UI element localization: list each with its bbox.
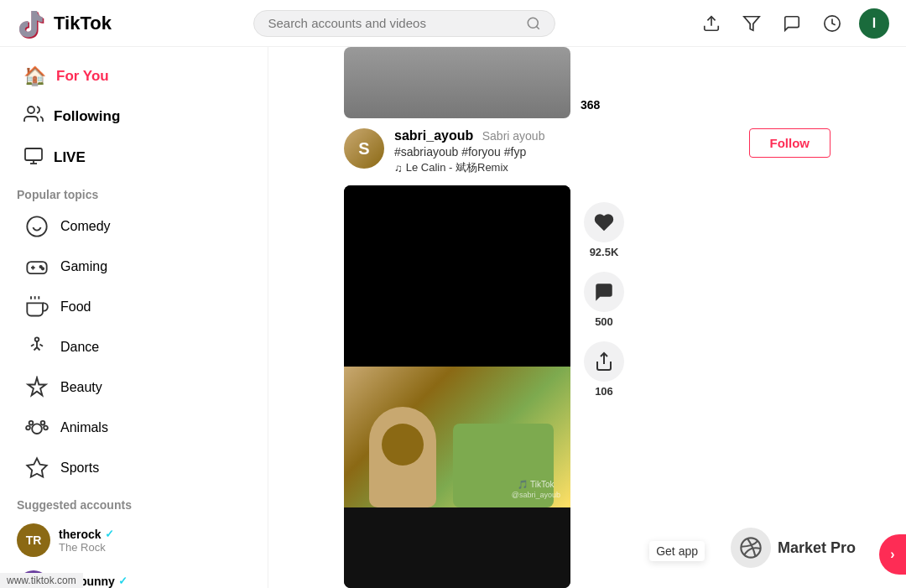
partial-count: 368 bbox=[581, 98, 600, 112]
sidebar: 🏠 For You Following bbox=[0, 47, 268, 588]
header: TikTok bbox=[0, 0, 906, 47]
follow-button[interactable]: Follow bbox=[749, 128, 831, 158]
therock-verified: ✓ bbox=[105, 528, 114, 540]
video-bottom bbox=[344, 507, 570, 588]
market-pro-label: Market Pro bbox=[778, 539, 856, 557]
animals-icon bbox=[23, 414, 50, 441]
video-top bbox=[344, 185, 570, 367]
watermark-brand: 🎵 TikTok bbox=[518, 480, 554, 489]
partial-video-thumb bbox=[344, 47, 570, 118]
svg-point-5 bbox=[28, 107, 34, 113]
svg-point-23 bbox=[44, 426, 48, 430]
share-count: 106 bbox=[595, 385, 613, 398]
gaming-icon bbox=[23, 253, 50, 280]
food-icon bbox=[23, 294, 50, 320]
like-button[interactable]: 92.5K bbox=[584, 202, 624, 258]
comment-count: 500 bbox=[595, 315, 613, 328]
suggested-accounts-title: Suggested accounts bbox=[0, 488, 268, 517]
post-tags: #sabriayoub #foryou #fyp bbox=[394, 145, 739, 159]
svg-point-14 bbox=[42, 268, 44, 269]
logo-text: TikTok bbox=[54, 13, 112, 34]
header-icons: I bbox=[698, 8, 889, 39]
svg-marker-3 bbox=[744, 16, 759, 30]
feed: 368 S sabri_ayoub Sabri ayoub #sabriayo bbox=[336, 47, 839, 588]
live-icon bbox=[23, 146, 44, 169]
food-label: Food bbox=[60, 299, 91, 315]
video-watermark: 🎵 TikTok @sabri_ayoub bbox=[512, 480, 560, 499]
messages-icon[interactable] bbox=[778, 10, 805, 37]
account-therock[interactable]: TR therock ✓ The Rock bbox=[0, 517, 268, 564]
topic-comedy[interactable]: Comedy bbox=[7, 206, 261, 247]
sports-label: Sports bbox=[60, 461, 99, 476]
live-label: LIVE bbox=[54, 149, 86, 166]
search-bar[interactable] bbox=[253, 10, 555, 37]
svg-point-20 bbox=[29, 421, 34, 425]
dance-label: Dance bbox=[60, 340, 99, 355]
following-label: Following bbox=[54, 108, 120, 125]
svg-line-1 bbox=[537, 26, 539, 29]
topic-gaming[interactable]: Gaming bbox=[7, 247, 261, 287]
sports-icon bbox=[23, 455, 50, 481]
avatar[interactable]: I bbox=[859, 8, 889, 39]
svg-point-22 bbox=[26, 426, 30, 430]
upload-icon[interactable] bbox=[698, 10, 725, 37]
sidebar-item-following[interactable]: Following bbox=[7, 96, 261, 138]
topic-dance[interactable]: Dance bbox=[7, 327, 261, 367]
post-avatar[interactable]: S bbox=[344, 128, 384, 169]
share-icon bbox=[584, 341, 624, 382]
filter-icon[interactable] bbox=[738, 10, 765, 37]
clock-icon[interactable] bbox=[819, 10, 846, 37]
therock-username: therock ✓ bbox=[59, 528, 114, 541]
svg-point-13 bbox=[40, 266, 42, 268]
svg-point-19 bbox=[32, 424, 42, 434]
svg-marker-24 bbox=[27, 458, 46, 476]
search-input[interactable] bbox=[268, 16, 526, 30]
market-pro-icon bbox=[731, 528, 771, 568]
home-icon: 🏠 bbox=[23, 65, 46, 87]
logo[interactable]: TikTok bbox=[17, 8, 112, 39]
beauty-icon bbox=[23, 374, 50, 401]
market-pro-overlay: Market Pro bbox=[731, 528, 856, 568]
following-icon bbox=[23, 104, 44, 129]
comedy-label: Comedy bbox=[60, 219, 111, 234]
sidebar-item-for-you[interactable]: 🏠 For You bbox=[7, 57, 261, 96]
therock-display: The Rock bbox=[59, 541, 114, 554]
badbunny-verified: ✓ bbox=[118, 575, 128, 587]
comment-icon bbox=[584, 272, 624, 312]
post-display-name: Sabri ayoub bbox=[482, 129, 545, 143]
comedy-icon bbox=[23, 213, 50, 240]
sidebar-item-live[interactable]: LIVE bbox=[7, 138, 261, 178]
search-button[interactable] bbox=[526, 16, 541, 31]
status-url: www.tiktok.com bbox=[0, 573, 83, 588]
get-app-button[interactable]: Get app bbox=[649, 541, 705, 561]
beauty-label: Beauty bbox=[60, 380, 102, 395]
video-post: S sabri_ayoub Sabri ayoub #sabriayoub #f… bbox=[344, 128, 830, 588]
post-header: S sabri_ayoub Sabri ayoub #sabriayoub #f… bbox=[344, 128, 830, 175]
watermark-handle: @sabri_ayoub bbox=[512, 491, 560, 499]
video-actions: 92.5K 500 bbox=[584, 185, 624, 398]
post-song: ♫ Le Calin - 斌杨Remix bbox=[394, 160, 739, 175]
therock-avatar: TR bbox=[17, 523, 50, 557]
animals-label: Animals bbox=[60, 420, 108, 435]
for-you-label: For You bbox=[56, 68, 109, 85]
share-button[interactable]: 106 bbox=[584, 341, 624, 398]
music-note: ♫ bbox=[394, 162, 403, 174]
like-count: 92.5K bbox=[590, 246, 619, 258]
main-content: 368 S sabri_ayoub Sabri ayoub #sabriayo bbox=[268, 47, 906, 588]
partial-video-row: 368 bbox=[344, 47, 830, 118]
dance-icon bbox=[23, 334, 50, 361]
heart-icon bbox=[584, 202, 624, 242]
topic-food[interactable]: Food bbox=[7, 287, 261, 327]
post-username[interactable]: sabri_ayoub bbox=[394, 128, 473, 143]
video-player[interactable]: 🎵 TikTok @sabri_ayoub bbox=[344, 185, 570, 588]
svg-point-18 bbox=[35, 337, 39, 341]
svg-point-9 bbox=[27, 216, 46, 236]
topic-animals[interactable]: Animals bbox=[7, 408, 261, 448]
popular-topics-title: Popular topics bbox=[0, 178, 268, 206]
comment-button[interactable]: 500 bbox=[584, 272, 624, 328]
topic-sports[interactable]: Sports bbox=[7, 448, 261, 488]
topic-beauty[interactable]: Beauty bbox=[7, 367, 261, 408]
svg-rect-6 bbox=[25, 148, 42, 160]
svg-point-21 bbox=[41, 421, 45, 425]
svg-point-0 bbox=[528, 18, 539, 28]
